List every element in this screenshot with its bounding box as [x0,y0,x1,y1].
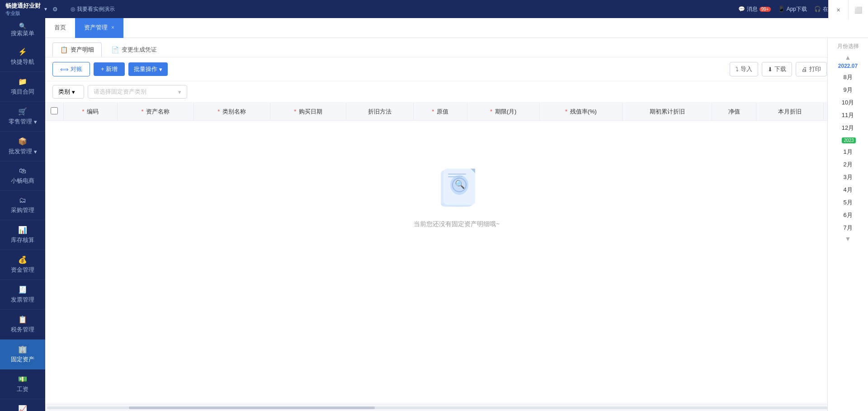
sidebar: 🔍 搜索菜单 ⚡ 快捷导航 📁 项目合同 🛒 零售管理 ▾ 📦 批发管理 ▾ [0,18,45,411]
th-net-value: 净值 [712,103,756,121]
month-up-button[interactable]: ▲ [844,53,853,62]
sub-tab-asset-detail[interactable]: 📋 资产明细 [52,43,102,57]
scroll-track [47,406,866,409]
month-picker-year-2023-badge: 2023 [828,134,868,146]
batch-ops-button[interactable]: 批量操作 ▾ [128,62,168,76]
tab-home[interactable]: 首页 [45,18,75,38]
table-header-row: * 编码 * 资产名称 * 类别名称 [45,103,868,121]
content-area: 首页 资产管理 × × ⬜ 📋 资产明细 [45,18,868,411]
demo-circle-icon: ◎ [71,6,75,12]
th-asset-name: * 资产名称 [117,103,193,121]
reconcile-icon: ⟺ [60,66,69,73]
month-item-12[interactable]: 12月 [828,122,868,134]
sidebar-item-tax-mgmt[interactable]: 📋 税务管理 [0,310,45,340]
sidebar-item-batch-mgmt[interactable]: 📦 批发管理 ▾ [0,132,45,161]
funds-icon: 💰 [18,255,27,264]
sidebar-item-mini-ecom[interactable]: 🛍 小畅电商 [0,161,45,191]
sidebar-item-ops-mgmt[interactable]: 📈 经营管理 [0,399,45,411]
headset-icon: 🎧 [814,6,821,12]
batch-icon: 📦 [18,137,27,146]
sidebar-item-retail-mgmt[interactable]: 🛒 零售管理 ▾ [0,102,45,132]
fixed-assets-icon: 🏢 [18,345,27,354]
window-maximize-button[interactable]: ⬜ [848,18,868,20]
th-monthly-depreciation: 本月折旧 [756,103,823,121]
filter-bar: 类别 ▾ 请选择固定资产类别 ▾ [45,81,868,103]
demo-link[interactable]: ◎ 我要看实例演示 [71,5,115,13]
th-period-months: * 期限(月) [467,103,540,121]
month-item-1[interactable]: 1月 [828,146,868,158]
sub-tab-bar: 📋 资产明细 📄 变更生成凭证 [45,38,868,57]
month-item-8[interactable]: 8月 [828,71,868,84]
retail-icon: 🛒 [18,107,27,116]
th-checkbox [45,103,64,121]
month-picker-year-2022: 2022.07 [838,62,858,71]
table-container: * 编码 * 资产名称 * 类别名称 [45,103,868,404]
inventory-icon: 📊 [18,226,27,234]
month-item-3[interactable]: 3月 [828,171,868,184]
month-item-6[interactable]: 6月 [828,209,868,222]
select-all-checkbox[interactable] [51,107,58,114]
message-button[interactable]: 💬 消息 99+ [738,5,771,13]
sidebar-item-inventory[interactable]: 📊 库存核算 [0,220,45,250]
dropdown-arrow-icon[interactable]: ▾ [44,6,47,12]
month-item-4[interactable]: 4月 [828,184,868,196]
window-controls: × ⬜ [828,18,868,20]
empty-message: 当前您还没有固定资产明细哦~ [414,220,500,228]
th-code: * 编码 [64,103,118,121]
print-button[interactable]: 🖨 打印 [796,62,827,76]
month-item-9[interactable]: 9月 [828,84,868,96]
th-residual-rate: * 残值率(%) [540,103,623,121]
th-period-accum-depreciation: 期初累计折旧 [622,103,712,121]
assets-table: * 编码 * 资产名称 * 类别名称 [45,103,868,121]
category-filter-select[interactable]: 类别 ▾ [52,85,84,99]
sidebar-item-quick-nav[interactable]: ⚡ 快捷导航 [0,42,45,72]
empty-illustration: 🔍 [429,157,484,211]
chevron-down-icon: ▾ [34,118,37,125]
sidebar-item-fixed-assets[interactable]: 🏢 固定资产 [0,340,45,369]
month-item-7[interactable]: 7月 [828,222,868,234]
filter-dropdown-icon: ▾ [72,89,75,95]
toolbar: ⟺ 对账 + 新增 批量操作 ▾ ⤵ 导入 ⬇ [45,57,868,81]
quick-nav-icon: ⚡ [18,47,27,56]
top-bar-left: 畅捷通好业财 专业版 ▾ ⚙ ◎ 我要看实例演示 [5,2,115,17]
category-input[interactable]: 请选择固定资产类别 ▾ [88,85,187,99]
tab-bar: 首页 资产管理 × × ⬜ [45,18,868,38]
month-item-11[interactable]: 11月 [828,109,868,122]
month-picker-title: 月份选择 [837,41,859,53]
sidebar-item-payroll[interactable]: 💵 工资 [0,369,45,399]
month-item-5[interactable]: 5月 [828,196,868,209]
tab-asset-mgmt[interactable]: 资产管理 × [75,18,123,38]
scroll-thumb [129,406,375,409]
settings-icon[interactable]: ⚙ [52,6,58,13]
app-download-button[interactable]: 📱 App下载 [778,5,807,13]
change-voucher-tab-icon: 📄 [111,46,119,53]
download-button[interactable]: ⬇ 下载 [762,62,792,76]
bottom-scrollbar[interactable] [45,404,868,411]
month-item-10[interactable]: 10月 [828,96,868,109]
sidebar-item-project-contract[interactable]: 📁 项目合同 [0,72,45,102]
window-close-button[interactable]: × [828,18,848,20]
batch-dropdown-icon: ▾ [159,66,162,73]
sidebar-item-purchase-mgmt[interactable]: 🗂 采购管理 [0,191,45,220]
tab-close-icon[interactable]: × [111,24,114,31]
print-icon: 🖨 [802,66,807,73]
invoice-icon: 🧾 [18,285,27,294]
tax-icon: 📋 [18,315,27,324]
chevron-down-icon-2: ▾ [34,148,37,155]
import-button[interactable]: ⤵ 导入 [730,62,758,76]
sidebar-item-funds-mgmt[interactable]: 💰 资金管理 [0,250,45,280]
empty-state: 🔍 当前您还没有固定资产明细哦~ [45,121,868,246]
page-content: 📋 资产明细 📄 变更生成凭证 ⟺ 对账 + 新增 [45,38,868,411]
svg-text:🔍: 🔍 [455,180,465,189]
month-item-2[interactable]: 2月 [828,158,868,171]
message-icon: 💬 [738,6,745,12]
month-down-button[interactable]: ▼ [844,234,853,243]
reconcile-button[interactable]: ⟺ 对账 [52,62,90,76]
sidebar-search[interactable]: 🔍 搜索菜单 [0,18,45,42]
asset-detail-tab-icon: 📋 [60,46,68,53]
sidebar-item-invoice-mgmt[interactable]: 🧾 发票管理 [0,280,45,310]
sub-tab-change-voucher[interactable]: 📄 变更生成凭证 [104,43,165,57]
purchase-icon: 🗂 [19,196,26,204]
add-button[interactable]: + 新增 [94,62,125,76]
project-icon: 📁 [18,77,27,86]
